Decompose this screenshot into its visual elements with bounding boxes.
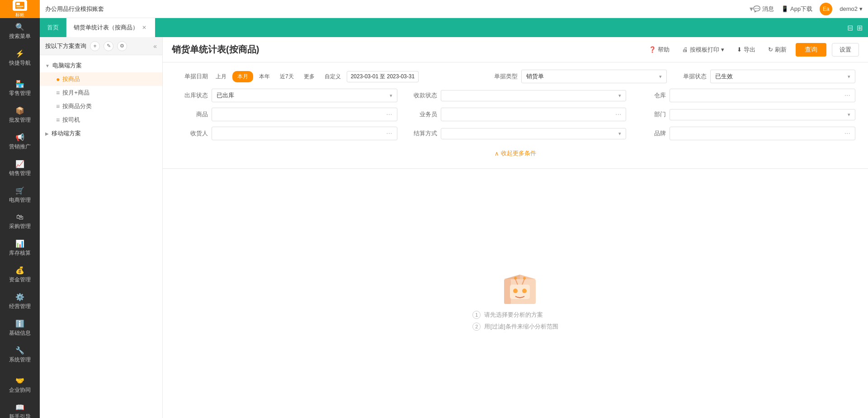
filter-col-warehouse: 仓库 ··· <box>630 89 859 102</box>
refresh-icon: ↻ <box>768 46 773 53</box>
date-range-input[interactable]: 2023-03-01 至 2023-03-31 <box>347 71 419 82</box>
sidebar-item-marketing[interactable]: 📢 营销推广 <box>0 128 40 155</box>
page-title: 销货单统计表(按商品) <box>172 43 259 56</box>
payment-label: 结算方式 <box>405 129 441 138</box>
tab-maximize-controls: ⊟ ⊞ <box>842 18 868 37</box>
sidebar-item-enterprise[interactable]: 🤝 企业协同 <box>0 372 40 399</box>
topbar-dropdown-icon[interactable]: ▾ <box>750 5 753 13</box>
sidebar-item-retail[interactable]: 🏪 零售管理 <box>0 75 40 102</box>
settings-button[interactable]: 设置 <box>832 43 859 57</box>
sidebar-item-basic-info[interactable]: ℹ️ 基础信息 <box>0 315 40 342</box>
marketing-icon: 📢 <box>15 133 24 142</box>
message-icon: 💬 <box>753 5 760 12</box>
by-courier-icon: ≡ <box>56 116 60 124</box>
by-product-icon: ● <box>56 76 60 83</box>
tree-item-by-courier[interactable]: ≡ 按司机 <box>40 113 162 127</box>
user-dropdown-icon: ▾ <box>859 5 863 12</box>
sidebar-item-search[interactable]: 🔍 搜索菜单 <box>0 18 40 45</box>
tab-home[interactable]: 首页 <box>40 18 66 37</box>
help-btn[interactable]: ❓ 帮助 <box>645 44 673 56</box>
help-icon: ❓ <box>649 46 656 53</box>
page-title-bar: 销货单统计表(按商品) ❓ 帮助 🖨 按模板打印 ▾ ⬇ 导出 <box>163 37 868 62</box>
tree-item-by-month-product[interactable]: ≡ 按月+商品 <box>40 86 162 100</box>
doc-status-select[interactable]: 已生效 ▾ <box>710 70 855 83</box>
sidebar-item-system[interactable]: 🔧 系统管理 <box>0 342 40 368</box>
sidebar-item-guide[interactable]: 📖 新手引导 <box>0 399 40 418</box>
print-template-btn[interactable]: 🖨 按模板打印 ▾ <box>679 44 728 56</box>
collapse-conditions-btn[interactable]: ∧ 收起更多条件 <box>172 146 859 161</box>
warehouse-dots-icon: ··· <box>844 91 850 100</box>
operations-icon: ⚙️ <box>15 293 24 301</box>
sidebar-item-wholesale[interactable]: 📦 批发管理 <box>0 102 40 128</box>
message-btn[interactable]: 💬 消息 <box>753 5 774 13</box>
svg-point-12 <box>523 277 526 280</box>
app-download-btn[interactable]: 📱 App下载 <box>781 5 812 13</box>
sidebar-item-purchase[interactable]: 🛍 采购管理 <box>0 209 40 235</box>
warehouse-input[interactable]: ··· <box>670 89 855 102</box>
tree-item-by-product-category[interactable]: ≡ 按商品分类 <box>40 100 162 113</box>
filter-col-department: 部门 ▾ <box>630 109 859 120</box>
maximize-icon[interactable]: ⊞ <box>857 24 863 32</box>
sidebar-item-finance[interactable]: 💰 资金管理 <box>0 261 40 288</box>
date-preset-last-month[interactable]: 上月 <box>212 71 231 83</box>
receiver-input[interactable]: ··· <box>212 127 397 140</box>
doc-type-label: 单据类型 <box>485 72 521 81</box>
basic-info-icon: ℹ️ <box>15 319 24 328</box>
sidebar-item-operations[interactable]: ⚙️ 经营管理 <box>0 288 40 315</box>
enterprise-icon: 🤝 <box>15 376 24 385</box>
product-input[interactable]: ··· <box>212 108 397 121</box>
purchase-icon: 🛍 <box>16 213 24 221</box>
collapse-up-icon: ∧ <box>495 150 499 157</box>
date-preset-this-month[interactable]: 本月 <box>232 71 253 82</box>
filter-col-payment: 结算方式 ▾ <box>401 128 630 139</box>
doc-type-dropdown-icon: ▾ <box>659 74 662 80</box>
date-label: 单据日期 <box>175 72 212 81</box>
minimize-icon[interactable]: ⊟ <box>847 24 853 32</box>
date-preset-this-year[interactable]: 本年 <box>255 71 274 83</box>
brand-input[interactable]: ··· <box>670 127 855 140</box>
query-button[interactable]: 查询 <box>796 43 826 57</box>
settings-scheme-btn[interactable]: ⚙ <box>117 41 127 51</box>
export-btn[interactable]: ⬇ 导出 <box>733 44 759 56</box>
refresh-btn[interactable]: ↻ 刷新 <box>764 44 790 56</box>
department-select[interactable]: ▾ <box>670 109 855 120</box>
mobile-toggle-icon: ▶ <box>45 131 49 136</box>
sidebar-item-sales[interactable]: 📈 销售管理 <box>0 155 40 182</box>
topbar-title: 办公用品行业模拟账套 <box>45 5 748 13</box>
out-status-select[interactable]: 已出库 ▾ <box>212 89 397 102</box>
product-dots-icon: ··· <box>386 110 392 119</box>
add-scheme-btn[interactable]: + <box>90 41 100 51</box>
collapse-left-panel-btn[interactable]: « <box>153 43 157 50</box>
salesperson-input[interactable]: ··· <box>441 108 627 121</box>
empty-state: 1 请先选择要分析的方案 2 用[过滤]条件来缩小分析范围 <box>163 169 868 418</box>
user-name[interactable]: demo2 ▾ <box>840 5 863 12</box>
sidebar-logo[interactable]: 标账 <box>0 0 40 18</box>
filter-col-date: 单据日期 上月 本月 本年 近7天 更多 自定义 2023-03-01 至 20… <box>172 71 481 83</box>
receipt-status-select[interactable]: ▾ <box>441 90 627 101</box>
date-preset-7days[interactable]: 近7天 <box>276 71 298 83</box>
tab-sales-stat[interactable]: 销货单统计表（按商品） ✕ <box>66 18 155 37</box>
main-area: 办公用品行业模拟账套 ▾ 💬 消息 📱 App下载 Ea demo2 ▾ 首页 <box>40 0 868 418</box>
date-preset-more[interactable]: 更多 <box>300 71 319 83</box>
sidebar-item-ecommerce[interactable]: 🛒 电商管理 <box>0 182 40 209</box>
date-preset-custom[interactable]: 自定义 <box>321 71 345 83</box>
svg-point-7 <box>513 289 518 293</box>
svg-point-10 <box>514 277 517 280</box>
sidebar-item-quick-nav[interactable]: ⚡ 快捷导航 <box>0 45 40 71</box>
edit-scheme-btn[interactable]: ✎ <box>104 41 113 51</box>
tree-item-by-product[interactable]: ● 按商品 <box>40 72 162 86</box>
tab-close-sales-stat[interactable]: ✕ <box>141 24 147 32</box>
sidebar-item-inventory[interactable]: 📊 库存核算 <box>0 235 40 261</box>
inventory-icon: 📊 <box>15 239 24 248</box>
page-actions: ❓ 帮助 🖨 按模板打印 ▾ ⬇ 导出 ↻ 刷新 <box>645 43 859 57</box>
payment-select[interactable]: ▾ <box>441 128 627 139</box>
filter-area: 单据日期 上月 本月 本年 近7天 更多 自定义 2023-03-01 至 20… <box>163 62 868 169</box>
user-avatar[interactable]: Ea <box>820 3 832 15</box>
svg-rect-1 <box>16 3 20 5</box>
scheme-tree: ▼ 电脑端方案 ● 按商品 ≡ 按月+商品 ≡ 按商品分类 <box>40 55 162 418</box>
tree-section-mobile-header[interactable]: ▶ 移动端方案 <box>40 127 162 140</box>
doc-type-select[interactable]: 销货单 ▾ <box>521 70 666 83</box>
empty-illustration <box>493 256 538 302</box>
tree-section-desktop-header[interactable]: ▼ 电脑端方案 <box>40 59 162 72</box>
svg-rect-2 <box>16 6 24 7</box>
